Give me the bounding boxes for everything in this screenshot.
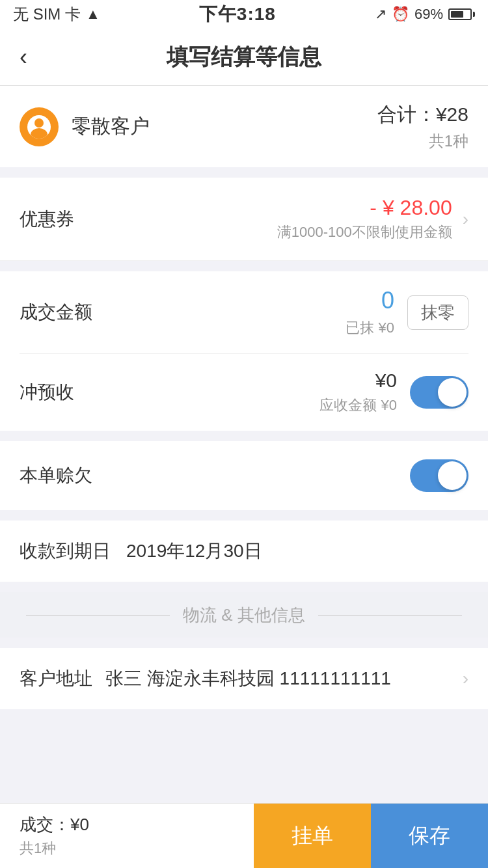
transaction-label: 成交金额 [20, 300, 92, 325]
status-left: 无 SIM 卡 ▲ [13, 4, 100, 25]
footer-deal-value: ¥0 [70, 815, 89, 834]
customer-total: 合计：¥28 共1种 [377, 102, 468, 152]
duedate-label: 收款到期日 [20, 539, 111, 563]
divider-text: 物流 & 其他信息 [183, 604, 305, 627]
footer: 成交：¥0 共1种 挂单 保存 [0, 803, 488, 868]
divider-section: 物流 & 其他信息 [0, 592, 488, 638]
carrier-text: 无 SIM 卡 [13, 4, 81, 25]
avatar-icon [27, 115, 51, 139]
prepay-label: 冲预收 [20, 380, 74, 405]
transaction-sub: 已抹 ¥0 [346, 318, 394, 338]
alarm-icon: ⏰ [392, 6, 409, 23]
status-time: 下午3:18 [199, 2, 276, 27]
transaction-value-box: 0 已抹 ¥0 抹零 [346, 287, 468, 338]
customer-info: 零散客户 [20, 107, 150, 146]
customer-name: 零散客户 [72, 113, 150, 140]
prepay-value-box: ¥0 应收金额 ¥0 [319, 370, 468, 415]
amount-section: 成交金额 0 已抹 ¥0 抹零 冲预收 ¥0 应收金额 ¥0 [0, 271, 488, 431]
coupon-row[interactable]: 优惠券 - ¥ 28.00 满1000-100不限制使用金额 › [0, 178, 488, 261]
coupon-desc: 满1000-100不限制使用金额 [277, 223, 452, 242]
nav-bar: ‹ 填写结算等信息 [0, 29, 488, 86]
back-button[interactable]: ‹ [20, 44, 27, 71]
duedate-section: 收款到期日 2019年12月30日 [0, 521, 488, 582]
roundup-button[interactable]: 抹零 [407, 295, 468, 330]
customer-row: 零散客户 合计：¥28 共1种 [0, 86, 488, 167]
location-icon: ↗ [375, 6, 386, 23]
duedate-row: 收款到期日 2019年12月30日 [20, 539, 468, 563]
hold-button[interactable]: 挂单 [254, 804, 371, 868]
save-button[interactable]: 保存 [371, 804, 488, 868]
debit-toggle-thumb [438, 461, 467, 490]
transaction-amount-row: 成交金额 0 已抹 ¥0 抹零 [20, 271, 468, 354]
footer-count: 共1种 [20, 839, 234, 858]
footer-deal: 成交：¥0 [20, 813, 234, 836]
toggle-thumb [438, 378, 467, 407]
transaction-right-col: 0 已抹 ¥0 [346, 287, 394, 338]
coupon-section: 优惠券 - ¥ 28.00 满1000-100不限制使用金额 › [0, 178, 488, 261]
footer-info: 成交：¥0 共1种 [0, 804, 254, 868]
footer-deal-label: 成交： [20, 815, 70, 834]
status-right: ↗ ⏰ 69% [375, 6, 475, 23]
wifi-icon: ▲ [86, 6, 100, 23]
content-area: 零散客户 合计：¥28 共1种 优惠券 - ¥ 28.00 满1000-100不… [0, 86, 488, 785]
coupon-label: 优惠券 [20, 207, 74, 232]
prepay-right-col: ¥0 应收金额 ¥0 [319, 370, 397, 415]
page-title: 填写结算等信息 [167, 42, 321, 72]
prepay-toggle[interactable] [410, 376, 468, 409]
address-label: 客户地址 [20, 666, 92, 691]
coupon-value: - ¥ 28.00 [277, 196, 452, 220]
address-section[interactable]: 客户地址 张三 海淀永丰科技园 11111111111 › [0, 648, 488, 709]
debit-toggle[interactable] [410, 459, 468, 492]
total-amount: 合计：¥28 [377, 102, 468, 128]
total-count: 共1种 [377, 131, 468, 152]
coupon-value-col: - ¥ 28.00 满1000-100不限制使用金额 [277, 196, 452, 242]
debit-section: 本单赊欠 [0, 441, 488, 510]
avatar [20, 107, 59, 146]
prepay-value: ¥0 [319, 370, 397, 392]
debit-label: 本单赊欠 [20, 463, 92, 488]
transaction-value: 0 [346, 287, 394, 314]
coupon-chevron: › [463, 209, 468, 230]
battery-icon [448, 8, 475, 20]
address-value: 张三 海淀永丰科技园 11111111111 [105, 666, 463, 691]
prepay-row: 冲预收 ¥0 应收金额 ¥0 [20, 354, 468, 431]
duedate-value: 2019年12月30日 [126, 539, 262, 563]
coupon-right: - ¥ 28.00 满1000-100不限制使用金额 › [277, 196, 468, 242]
battery-percent: 69% [414, 6, 443, 23]
address-chevron: › [463, 668, 468, 689]
divider-line: 物流 & 其他信息 [0, 604, 488, 627]
prepay-sub: 应收金额 ¥0 [319, 396, 397, 415]
status-bar: 无 SIM 卡 ▲ 下午3:18 ↗ ⏰ 69% [0, 0, 488, 29]
